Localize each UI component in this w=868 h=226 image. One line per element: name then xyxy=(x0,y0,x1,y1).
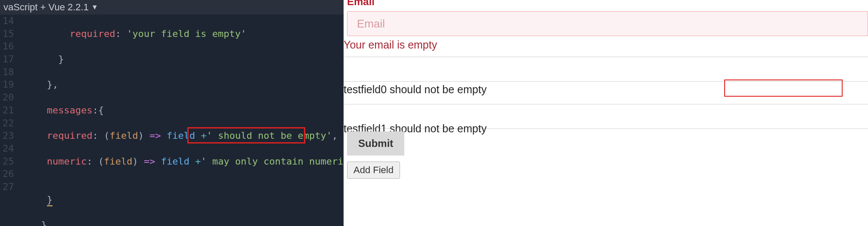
chevron-down-icon: ▼ xyxy=(91,3,98,11)
email-field[interactable] xyxy=(347,11,868,36)
email-label: Email xyxy=(347,0,375,8)
add-field-button[interactable]: Add Field xyxy=(347,162,400,179)
language-selector[interactable]: vaScript + Vue 2.2.1 ▼ xyxy=(0,0,344,15)
submit-button[interactable]: Submit xyxy=(347,131,404,156)
testfield0-error-message: testfield0 should not be empty xyxy=(344,83,487,96)
email-error-message: Your email is empty xyxy=(344,39,437,51)
code-editor-pane: vaScript + Vue 2.2.1 ▼ 14 15 16 17 18 19… xyxy=(0,0,344,226)
highlight-box-preview xyxy=(724,79,843,97)
preview-pane: Email Your email is empty testfield0 sho… xyxy=(344,0,868,226)
line-gutter: 14 15 16 17 18 19 20 21 22 23 24 25 26 2… xyxy=(0,15,19,226)
language-label: vaScript + Vue 2.2.1 xyxy=(3,2,89,13)
testfield0-input[interactable] xyxy=(344,57,868,82)
code-area[interactable]: 14 15 16 17 18 19 20 21 22 23 24 25 26 2… xyxy=(0,15,344,226)
